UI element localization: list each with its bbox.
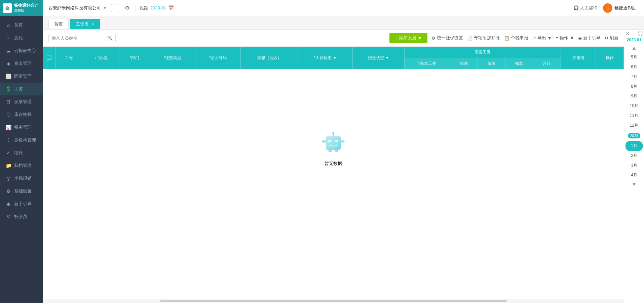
month-2022-05[interactable]: 5月: [624, 52, 644, 62]
table-body: 暂无数据: [43, 69, 624, 227]
empty-illustration: [320, 130, 347, 157]
add-person-label: 添加人员: [399, 35, 416, 41]
logo-title: 畅捷通好会计: [14, 3, 38, 8]
date-nav-down-button[interactable]: ▼: [630, 180, 638, 189]
tab-home[interactable]: 首页: [48, 19, 69, 29]
invoice-icon: 🗒: [5, 99, 11, 104]
date-nav-up-button[interactable]: ▲: [630, 44, 638, 52]
sidebar-item-fixed-assets[interactable]: ⬜ 固定资产: [0, 70, 43, 83]
add-company-button[interactable]: +: [111, 4, 119, 12]
sidebar-item-closing-label: 结账: [14, 150, 23, 156]
tax-icon: 📊: [5, 125, 11, 130]
avatar: U: [603, 3, 612, 13]
user-name: 畅捷通B组...: [614, 5, 639, 11]
select-all-checkbox[interactable]: [47, 55, 51, 60]
service-button[interactable]: 🎧 人工咨询: [573, 5, 598, 11]
month-2022-08[interactable]: 8月: [624, 82, 644, 91]
tab-salary-table[interactable]: 工资表 ×: [70, 19, 100, 29]
svg-rect-0: [326, 136, 341, 150]
sidebar-logo: 会 畅捷通好会计 旗舰版: [0, 0, 43, 16]
sidebar-item-ledger[interactable]: ≡ 总账: [0, 32, 43, 44]
company-settings-button[interactable]: ⚙: [123, 4, 131, 12]
social-insurance-label: 统一社保设置: [437, 35, 463, 41]
topbar-divider: [135, 5, 136, 11]
guide-label: 新手引导: [583, 35, 601, 41]
th-employee-id: 工号: [55, 47, 83, 69]
horizontal-scrollbar[interactable]: [43, 299, 624, 303]
sidebar-item-multi-org[interactable]: ⋮ 多机构管理: [0, 134, 43, 146]
calendar-icon[interactable]: 📅: [168, 5, 174, 10]
sidebar-item-cloud-report[interactable]: ☁ 云报表中心: [0, 44, 43, 57]
page-content: 🔍 + 添加人员 ▼ ⚙ 统一社保设置 📄 专项附加扣除: [43, 30, 644, 303]
sidebar-item-home[interactable]: ⌂ 首页: [0, 19, 43, 32]
th-actions: 操作: [596, 47, 624, 69]
search-input[interactable]: [51, 36, 105, 41]
special-deduction-action[interactable]: 📄 专项附加扣除: [467, 35, 500, 41]
month-2022-10[interactable]: 10月: [624, 101, 644, 111]
toolbar: 🔍 + 添加人员 ▼ ⚙ 统一社保设置 📄 专项附加扣除: [43, 30, 624, 47]
sidebar-item-closing[interactable]: ✓ 结账: [0, 146, 43, 159]
search-wrap: 🔍: [48, 34, 116, 42]
expand-panel-button[interactable]: ⛶: [638, 31, 643, 36]
salary-icon: 💲: [5, 86, 11, 92]
topbar: 西安虾米网络科技有限公司 ▼ + ⚙ 账期 2023-01 📅 🎧 人工咨询 U…: [43, 0, 644, 16]
ledger-icon: ≡: [5, 35, 11, 41]
table-container: 工号 ↕ *姓名 *部门 *证照类型 *证照号码 国籍（地区） *人员状态 ▼: [43, 47, 624, 299]
sidebar: 会 畅捷通好会计 旗舰版 ⌂ 首页 ≡ 总账 ☁ 云报表中心 ◈ 资金管理 ⬜ …: [0, 0, 43, 303]
month-2022-06[interactable]: 6月: [624, 62, 644, 72]
guide-icon: ◉: [578, 36, 582, 41]
add-person-button[interactable]: + 添加人员 ▼: [389, 33, 427, 43]
svg-rect-7: [322, 140, 326, 142]
refresh-action[interactable]: ↺ 刷新: [605, 35, 618, 41]
guide-action[interactable]: ◉ 新手引导: [578, 35, 601, 41]
operations-label: 操作: [560, 35, 568, 41]
th-status[interactable]: *人员状态 ▼: [298, 47, 353, 69]
sidebar-item-archive[interactable]: 📁 归档管理: [0, 159, 43, 172]
sidebar-item-settings[interactable]: ⚙ 基础设置: [0, 185, 43, 198]
month-2022-09[interactable]: 9月: [624, 91, 644, 101]
topbar-right: 🎧 人工咨询 U 畅捷通B组...: [573, 3, 639, 13]
th-pension: 养老组: [561, 47, 596, 69]
sidebar-item-expense-label: 小畅报销: [14, 175, 32, 181]
sidebar-item-salary[interactable]: 💲 工资: [0, 83, 43, 95]
archive-icon: 📁: [5, 163, 11, 168]
sidebar-item-member[interactable]: V 畅会员: [0, 210, 43, 223]
period-value: 2023-01: [150, 5, 166, 10]
personal-tax-action[interactable]: 📋 个税申报: [504, 35, 528, 41]
headset-icon: 🎧: [573, 5, 579, 10]
month-2022-12[interactable]: 12月: [624, 121, 644, 130]
sidebar-item-tax[interactable]: 📊 税务管理: [0, 121, 43, 134]
cloud-icon: ☁: [5, 48, 11, 53]
tab-close-icon[interactable]: ×: [92, 22, 94, 27]
company-selector[interactable]: 西安虾米网络科技有限公司 ▼: [48, 5, 107, 11]
operations-action[interactable]: ≡ 操作 ▼: [556, 35, 574, 41]
inventory-icon: ⬡: [5, 112, 11, 117]
month-2023-03[interactable]: 3月: [624, 161, 644, 170]
personal-tax-label: 个税申报: [511, 35, 528, 41]
sidebar-item-guide[interactable]: ◉ 新手引导: [0, 198, 43, 210]
month-2023-01[interactable]: 1月: [626, 141, 643, 151]
sidebar-item-expense[interactable]: ◎ 小畅报销: [0, 172, 43, 185]
refresh-icon: ↺: [605, 36, 608, 41]
month-2022-07[interactable]: 7月: [624, 72, 644, 82]
close-panel-button[interactable]: ✕: [626, 31, 630, 36]
export-action[interactable]: ↗ 导出 ▼: [532, 35, 552, 41]
th-name[interactable]: ↕ *姓名: [83, 47, 119, 69]
month-2023-04[interactable]: 4月: [624, 170, 644, 180]
user-menu[interactable]: U 畅捷通B组...: [603, 3, 639, 13]
th-performance: 绩效: [478, 58, 505, 70]
social-insurance-action[interactable]: ⚙ 统一社保设置: [431, 35, 463, 41]
sidebar-item-inventory[interactable]: ⬡ 库存核算: [0, 108, 43, 121]
special-deduction-label: 专项附加扣除: [474, 35, 500, 41]
month-2022-11[interactable]: 11月: [624, 111, 644, 121]
sidebar-item-tax-label: 税务管理: [14, 124, 32, 130]
th-checkbox[interactable]: [43, 47, 55, 69]
home-icon: ⌂: [5, 23, 11, 28]
sidebar-item-fixed-assets-label: 固定资产: [14, 73, 32, 79]
sidebar-item-member-label: 畅会员: [14, 214, 27, 220]
sidebar-item-invoice[interactable]: 🗒 发票管理: [0, 95, 43, 108]
sidebar-item-funds[interactable]: ◈ 资金管理: [0, 57, 43, 70]
th-report-status[interactable]: 报送状态 ▼: [353, 47, 405, 69]
period-label: 账期: [140, 5, 148, 11]
month-2023-02[interactable]: 2月: [624, 151, 644, 161]
